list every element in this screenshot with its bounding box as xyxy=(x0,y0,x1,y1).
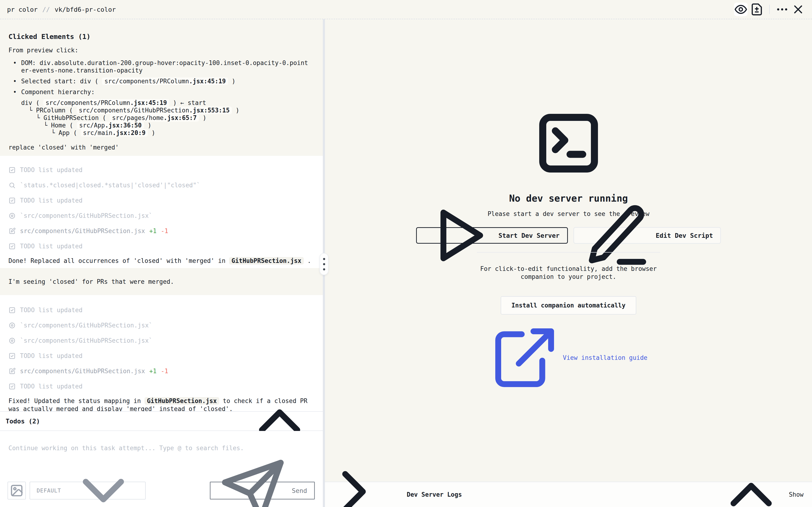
todo-check-icon xyxy=(8,197,16,204)
profile-value: DEFAULT xyxy=(37,488,61,494)
activity-list-1: TODO list updated`status.*closed|closed.… xyxy=(8,165,314,251)
activity-text: `src/components/GitHubPRSection.jsx` xyxy=(20,322,152,329)
send-button[interactable]: Send xyxy=(210,482,315,500)
send-label: Send xyxy=(292,487,307,494)
installation-guide-label: View installation guide xyxy=(563,354,647,361)
installation-guide-link[interactable]: View installation guide xyxy=(490,323,647,393)
start-dev-server-label: Start Dev Server xyxy=(499,232,560,239)
activity-row[interactable]: TODO list updated xyxy=(8,165,314,175)
activity-text: TODO list updated xyxy=(20,352,83,359)
file-path-chip: src/App.jsx:36:50 xyxy=(77,122,144,129)
activity-row[interactable]: src/components/GitHubPRSection.jsx+1-1 xyxy=(8,367,314,376)
preview-actions: Start Dev Server Edit Dev Script xyxy=(416,227,721,244)
activity-row[interactable]: TODO list updated xyxy=(8,305,314,315)
diff-view-button[interactable] xyxy=(750,3,764,16)
play-icon xyxy=(424,200,495,271)
bullet-marker: • xyxy=(8,59,21,74)
assistant-turn-1: TODO list updated`status.*closed|closed.… xyxy=(0,156,323,268)
activity-text: `status.*closed|closed.*status|'closed'|… xyxy=(20,182,200,189)
todo-check-icon xyxy=(8,243,16,250)
bullet-marker: • xyxy=(8,88,21,96)
terminal-prompt-icon xyxy=(332,459,402,507)
activity-row[interactable]: `status.*closed|closed.*status|'closed'|… xyxy=(8,180,314,190)
no-server-state: No dev server running Please start a dev… xyxy=(325,19,812,482)
clicked-elements-heading: Clicked Elements (1) xyxy=(8,33,309,40)
activity-row[interactable]: TODO list updated xyxy=(8,351,314,360)
search-icon xyxy=(8,182,16,189)
external-link-icon xyxy=(490,323,560,393)
lines-added-badge: +1 xyxy=(149,227,156,234)
activity-text: TODO list updated xyxy=(20,383,83,390)
activity-row[interactable]: TODO list updated xyxy=(8,196,314,205)
assistant-message-1: Done! Replaced all occurrences of 'close… xyxy=(8,257,314,265)
preview-toggle-button[interactable] xyxy=(734,3,748,16)
image-icon xyxy=(9,483,24,498)
pencil-icon xyxy=(581,200,652,271)
todo-check-icon xyxy=(8,306,16,314)
tree-elbow: └ xyxy=(44,122,47,129)
top-bar: pr color // vk/bfd6-pr-color xyxy=(0,0,812,19)
activity-row[interactable]: `src/components/GitHubPRSection.jsx` xyxy=(8,321,314,330)
eye-icon xyxy=(734,3,748,16)
component-hierarchy-tree: div ( src/components/PRColumn.jsx:45:19 … xyxy=(8,99,309,136)
panel-resize-handle[interactable] xyxy=(319,253,328,275)
activity-row[interactable]: `src/components/GitHubPRSection.jsx` xyxy=(8,336,314,345)
profile-select[interactable]: DEFAULT xyxy=(30,482,146,500)
file-view-icon xyxy=(8,212,16,219)
activity-row[interactable]: src/components/GitHubPRSection.jsx+1-1 xyxy=(8,226,314,236)
conversation-panel: Clicked Elements (1) From preview click:… xyxy=(0,19,323,507)
dev-server-logs-label-group: Dev Server Logs xyxy=(332,459,462,507)
terminal-square-icon xyxy=(534,108,604,178)
more-options-button[interactable] xyxy=(775,3,789,16)
hierarchy-node: div ( src/components/PRColumn.jsx:45:19 … xyxy=(8,99,309,107)
show-logs-label: Show xyxy=(789,491,804,498)
dom-bullet: • DOM: div.absolute.duration-200.group-h… xyxy=(8,59,309,74)
user-request-block: Clicked Elements (1) From preview click:… xyxy=(0,19,323,156)
user-message-text: I'm seeing 'closed' for PRs that were me… xyxy=(8,278,174,285)
branch-name: vk/bfd6-pr-color xyxy=(55,6,116,13)
show-logs-button[interactable]: Show xyxy=(714,459,805,507)
hierarchy-node: └ GitHubPRSection ( src/pages/home.jsx:6… xyxy=(8,114,309,122)
preview-panel: No dev server running Please start a dev… xyxy=(325,19,812,507)
activity-text: `src/components/GitHubPRSection.jsx` xyxy=(20,212,152,219)
terminal-square-icon xyxy=(534,108,604,178)
activity-text: src/components/GitHubPRSection.jsx xyxy=(20,227,145,234)
activity-row[interactable]: `src/components/GitHubPRSection.jsx` xyxy=(8,211,314,220)
activity-text: src/components/GitHubPRSection.jsx xyxy=(20,368,145,375)
edit-dev-script-button[interactable]: Edit Dev Script xyxy=(573,227,721,244)
tree-elbow: └ xyxy=(36,114,40,122)
activity-text: `src/components/GitHubPRSection.jsx` xyxy=(20,337,152,344)
todos-collapsible-header[interactable]: Todos (2) xyxy=(0,411,323,431)
composer-toolbar: DEFAULT Send xyxy=(7,482,315,500)
activity-text: TODO list updated xyxy=(20,197,83,204)
file-view-icon xyxy=(8,337,16,344)
title-separator: // xyxy=(42,6,50,13)
start-dev-server-button[interactable]: Start Dev Server xyxy=(416,227,568,244)
task-title: pr color // vk/bfd6-pr-color xyxy=(7,6,116,13)
dev-server-logs-label: Dev Server Logs xyxy=(407,491,462,498)
todo-check-icon xyxy=(8,352,16,359)
install-companion-button[interactable]: Install companion automatically xyxy=(501,296,636,315)
attach-image-button[interactable] xyxy=(7,482,26,500)
selected-start-text: Selected start: div ( src/components/PRC… xyxy=(21,77,309,85)
clicked-elements-intro: From preview click: xyxy=(8,47,309,54)
file-name-chip: GitHubPRSection.jsx xyxy=(145,397,219,405)
tree-elbow: └ xyxy=(51,129,55,136)
dom-selector-text: DOM: div.absolute.duration-200.group-hov… xyxy=(21,59,309,74)
file-edit-icon xyxy=(8,227,16,235)
lines-added-badge: +1 xyxy=(149,368,156,375)
edit-dev-script-label: Edit Dev Script xyxy=(656,232,713,239)
file-edit-icon xyxy=(8,368,16,375)
companion-note: For click-to-edit functionality, add the… xyxy=(472,265,665,281)
section-divider xyxy=(477,252,660,252)
send-icon xyxy=(217,455,288,507)
selected-start-bullet: • Selected start: div ( src/components/P… xyxy=(8,77,309,85)
handle-dot xyxy=(323,258,325,260)
file-name-chip: GitHubPRSection.jsx xyxy=(229,257,304,265)
close-button[interactable] xyxy=(791,3,805,16)
topbar-divider xyxy=(769,5,770,14)
activity-row[interactable]: TODO list updated xyxy=(8,241,314,251)
activity-text: TODO list updated xyxy=(20,166,83,173)
message-composer: DEFAULT Send xyxy=(0,431,323,507)
hierarchy-bullet: • Component hierarchy: xyxy=(8,88,309,96)
